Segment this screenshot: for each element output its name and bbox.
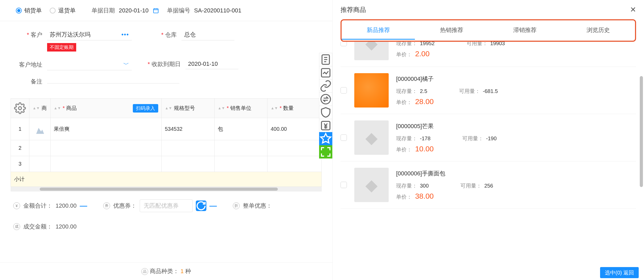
recommend-item: ◆ [0000006]手撕面包 现存量：300可用量：256 单价：38.00: [341, 161, 636, 209]
svg-point-1: [19, 107, 21, 110]
coupon-label: 优惠券：: [113, 202, 137, 210]
tool-expand-icon[interactable]: [319, 145, 332, 158]
radio-sales-order[interactable]: 销货单: [16, 7, 42, 15]
deal-icon: 成: [13, 223, 20, 230]
tool-swap-icon[interactable]: [319, 92, 332, 106]
minus-icon: —: [210, 202, 217, 210]
remark-input[interactable]: [47, 80, 179, 83]
item-checkbox[interactable]: [341, 134, 347, 141]
close-icon[interactable]: ✕: [630, 5, 636, 14]
recommend-item: ◆ 250ml 现存量：19952可用量：19903 单价：2.00: [341, 42, 636, 67]
recommend-tab[interactable]: 热销推荐: [415, 21, 488, 40]
tool-notes-icon[interactable]: [319, 53, 332, 66]
svg-point-4: [321, 95, 330, 104]
doc-no-label: 单据编号: [167, 7, 190, 15]
product-thumbnail: ◆: [354, 168, 389, 202]
settings-header[interactable]: [11, 99, 29, 118]
radio-icon: [16, 8, 22, 13]
recommend-tab[interactable]: 滞销推荐: [488, 21, 562, 40]
more-icon[interactable]: •••: [121, 31, 129, 38]
deal-value: 1200.00: [56, 223, 77, 230]
kinds-unit: 种: [185, 268, 191, 274]
refresh-coupon-button[interactable]: [196, 200, 206, 211]
product-name: [0000004]橘子: [396, 75, 636, 83]
tool-currency-icon[interactable]: [319, 119, 332, 132]
coupon-icon: 券: [103, 202, 110, 209]
product-name: [0000006]手撕面包: [396, 170, 636, 178]
due-date-input[interactable]: 2020-01-10: [185, 59, 238, 69]
deal-label: 成交金额：: [23, 223, 52, 231]
address-input[interactable]: ﹀: [47, 59, 132, 70]
vertical-scrollbar[interactable]: [640, 76, 643, 187]
customer-label: 客户: [13, 31, 42, 39]
tool-chart-icon[interactable]: [319, 66, 332, 79]
table-row[interactable]: 1 果倍爽 534532 包 400.00: [11, 118, 321, 140]
item-checkbox[interactable]: [341, 42, 347, 46]
svg-rect-0: [153, 9, 158, 13]
product-name: [0000005]芒果: [396, 122, 636, 130]
coupon-input[interactable]: 无匹配优惠券: [140, 199, 193, 212]
calendar-icon[interactable]: [153, 7, 159, 14]
kinds-label: 商品种类：: [150, 268, 179, 274]
recommend-title: 推荐商品: [341, 6, 366, 14]
remark-label: 备注: [13, 78, 42, 86]
horizontal-scrollbar[interactable]: [11, 187, 322, 192]
select-return-button[interactable]: 选中(0) 返回: [600, 267, 639, 278]
product-thumbnail: ◆: [354, 120, 389, 155]
warehouse-input[interactable]: 总仓: [182, 29, 234, 40]
order-type-radio-group: 销货单 退货单: [5, 7, 84, 15]
product-thumbnail: [354, 73, 389, 108]
recommend-item: ◆ [0000005]芒果 现存量：-178可用量：-190 单价：10.00: [341, 114, 636, 161]
col-product[interactable]: ▲▼商品扫码录入: [51, 99, 162, 118]
recommend-tab[interactable]: 新品推荐: [342, 21, 415, 40]
address-label: 客户地址: [13, 61, 42, 69]
radio-return-order[interactable]: 退货单: [50, 7, 76, 15]
whole-discount-label: 整单优惠：: [243, 202, 272, 210]
item-checkbox[interactable]: [341, 87, 347, 94]
item-checkbox[interactable]: [341, 182, 347, 188]
account-period-badge: 不固定账期: [47, 43, 76, 52]
radio-label: 销货单: [24, 7, 42, 15]
tool-star-icon[interactable]: [319, 132, 332, 145]
recommend-tabs-highlight: 新品推荐热销推荐滞销推荐浏览历史: [341, 19, 636, 42]
table-row[interactable]: 2: [11, 140, 321, 156]
table-row[interactable]: 3: [11, 156, 321, 172]
scan-input-button[interactable]: 扫码录入: [133, 104, 158, 113]
doc-date-label: 单据日期: [92, 7, 115, 15]
col-merchant[interactable]: ▲▼商: [29, 99, 51, 118]
product-thumbnail: ◆: [354, 42, 389, 60]
amount-label: 金额合计：: [23, 202, 52, 210]
kinds-value: 1: [180, 268, 184, 274]
radio-icon: [50, 8, 56, 13]
discount-icon: 折: [233, 202, 240, 209]
recommend-tab[interactable]: 浏览历史: [562, 21, 635, 40]
minus-icon: —: [80, 202, 87, 210]
chevron-down-icon: ﹀: [123, 60, 129, 68]
doc-no-value: SA-20200110-001: [194, 7, 242, 14]
tool-shield-icon[interactable]: [319, 106, 332, 119]
col-qty[interactable]: ▲▼数量: [267, 99, 321, 118]
customer-input[interactable]: 苏州万达沃尔玛 •••: [47, 29, 132, 40]
col-unit[interactable]: ▲▼销售单位: [215, 99, 267, 118]
col-spec[interactable]: ▲▼规格型号: [162, 99, 215, 118]
items-table: ▲▼商 ▲▼商品扫码录入 ▲▼规格型号 ▲▼销售单位 ▲▼数量 1 果倍爽 53…: [11, 98, 322, 187]
warehouse-label: 仓库: [148, 31, 177, 39]
kinds-icon: 品: [141, 268, 148, 275]
due-date-label: 收款到期日: [148, 60, 181, 68]
amount-value: 1200.00: [56, 202, 77, 209]
currency-icon: ¥: [13, 202, 20, 209]
tool-link-icon[interactable]: [319, 79, 332, 92]
subtotal-row: 小计: [11, 172, 321, 186]
radio-label: 退货单: [58, 7, 76, 15]
doc-date-value[interactable]: 2020-01-10: [119, 7, 149, 14]
recommend-item: [0000004]橘子 现存量：2.5可用量：-681.5 单价：28.00: [341, 67, 636, 114]
